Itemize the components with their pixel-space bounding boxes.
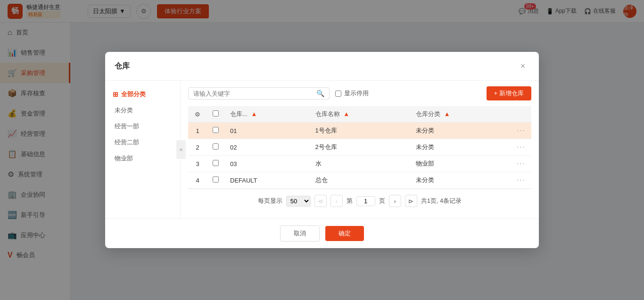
right-panel: 🔍 显示停用 + 新增仓库 ⚙ xyxy=(181,81,539,218)
row-code: DEFAULT xyxy=(224,172,310,189)
search-input[interactable] xyxy=(193,90,316,97)
search-icon[interactable]: 🔍 xyxy=(316,90,324,97)
sort-name-icon: ▲ xyxy=(343,110,349,117)
row-category: 未分类 xyxy=(410,123,511,139)
col-checkbox xyxy=(207,106,224,123)
col-actions xyxy=(511,106,531,123)
action-dots-icon[interactable]: ··· xyxy=(517,143,526,151)
modal-header: 仓库 × xyxy=(105,52,539,81)
row-name: 1号仓库 xyxy=(310,123,411,139)
row-code: 03 xyxy=(224,156,310,172)
row-actions[interactable]: ··· xyxy=(511,123,531,139)
row-code: 02 xyxy=(224,139,310,156)
action-dots-icon[interactable]: ··· xyxy=(517,126,526,134)
table-header: ⚙ 仓库... ▲ 仓库名称 ▲ xyxy=(188,106,531,123)
page-size-select[interactable]: 10 20 50 100 xyxy=(286,196,311,207)
row-name: 总仓 xyxy=(310,172,411,189)
page-label: 第 xyxy=(347,197,353,205)
row-index: 4 xyxy=(188,172,207,189)
modal-body: ⊞ 全部分类 未分类 经营一部 经营二部 物业部 « 🔍 显示停用 xyxy=(105,81,539,218)
row-name: 2号仓库 xyxy=(310,139,411,156)
row-index: 3 xyxy=(188,156,207,172)
row-checkbox[interactable] xyxy=(207,139,224,156)
table-wrapper: ⚙ 仓库... ▲ 仓库名称 ▲ xyxy=(188,106,531,189)
sort-category-icon: ▲ xyxy=(444,110,450,117)
category-item-ops1[interactable]: 经营一部 xyxy=(105,118,180,134)
action-dots-icon[interactable]: ··· xyxy=(517,159,526,167)
row-name: 水 xyxy=(310,156,411,172)
page-unit: 页 xyxy=(379,197,385,205)
select-all-checkbox[interactable] xyxy=(213,110,219,117)
table-body: 1 01 1号仓库 未分类 ··· 2 02 2号仓库 未分类 xyxy=(188,123,531,189)
modal-close-button[interactable]: × xyxy=(516,59,529,73)
sort-code-icon: ▲ xyxy=(251,110,257,117)
category-item-ops2[interactable]: 经营二部 xyxy=(105,134,180,150)
col-setting: ⚙ xyxy=(188,106,207,123)
row-actions[interactable]: ··· xyxy=(511,139,531,156)
pagination: 每页显示 10 20 50 100 ⊲ ‹ 第 页 › ⊳ 共1页, 4条记录 xyxy=(188,189,531,213)
new-warehouse-button[interactable]: + 新增仓库 xyxy=(487,86,531,100)
category-item-property[interactable]: 物业部 xyxy=(105,150,180,167)
row-category: 未分类 xyxy=(410,139,511,156)
page-number-input[interactable] xyxy=(356,196,375,206)
total-info: 共1页, 4条记录 xyxy=(421,197,462,205)
all-category-item[interactable]: ⊞ 全部分类 xyxy=(105,86,180,102)
row-index: 2 xyxy=(188,139,207,156)
row-actions[interactable]: ··· xyxy=(511,156,531,172)
table-row[interactable]: 4 DEFAULT 总仓 未分类 ··· xyxy=(188,172,531,189)
table-row[interactable]: 1 01 1号仓库 未分类 ··· xyxy=(188,123,531,139)
table-row[interactable]: 3 03 水 物业部 ··· xyxy=(188,156,531,172)
category-item-unclassified[interactable]: 未分类 xyxy=(105,102,180,118)
cancel-button[interactable]: 取消 xyxy=(280,225,320,242)
show-disabled-check[interactable] xyxy=(335,91,341,97)
all-category-label: 全部分类 xyxy=(121,90,146,99)
table-row[interactable]: 2 02 2号仓库 未分类 ··· xyxy=(188,139,531,156)
modal-title: 仓库 xyxy=(115,61,130,71)
category-panel: ⊞ 全部分类 未分类 经营一部 经营二部 物业部 « xyxy=(105,81,181,218)
action-dots-icon[interactable]: ··· xyxy=(517,176,526,184)
collapse-panel-button[interactable]: « xyxy=(176,140,186,159)
grid-icon: ⊞ xyxy=(113,91,118,98)
row-checkbox[interactable] xyxy=(207,123,224,139)
toolbar: 🔍 显示停用 + 新增仓库 xyxy=(188,86,531,100)
row-checkbox[interactable] xyxy=(207,156,224,172)
last-page-button[interactable]: ⊳ xyxy=(405,195,417,207)
col-category[interactable]: 仓库分类 ▲ xyxy=(410,106,511,123)
col-code[interactable]: 仓库... ▲ xyxy=(224,106,310,123)
warehouse-table: ⚙ 仓库... ▲ 仓库名称 ▲ xyxy=(188,106,531,189)
confirm-button[interactable]: 确定 xyxy=(325,226,364,241)
row-category: 物业部 xyxy=(410,156,511,172)
prev-page-button[interactable]: ‹ xyxy=(330,195,343,207)
search-box: 🔍 xyxy=(188,87,330,100)
show-disabled-checkbox[interactable]: 显示停用 xyxy=(335,89,369,98)
modal-footer: 取消 确定 xyxy=(105,218,539,248)
first-page-button[interactable]: ⊲ xyxy=(314,195,327,207)
row-index: 1 xyxy=(188,123,207,139)
row-checkbox[interactable] xyxy=(207,172,224,189)
next-page-button[interactable]: › xyxy=(389,195,401,207)
warehouse-modal: 仓库 × ⊞ 全部分类 未分类 经营一部 经营二部 物业部 « 🔍 xyxy=(105,52,539,248)
row-category: 未分类 xyxy=(410,172,511,189)
row-actions[interactable]: ··· xyxy=(511,172,531,189)
col-name[interactable]: 仓库名称 ▲ xyxy=(310,106,411,123)
row-code: 01 xyxy=(224,123,310,139)
